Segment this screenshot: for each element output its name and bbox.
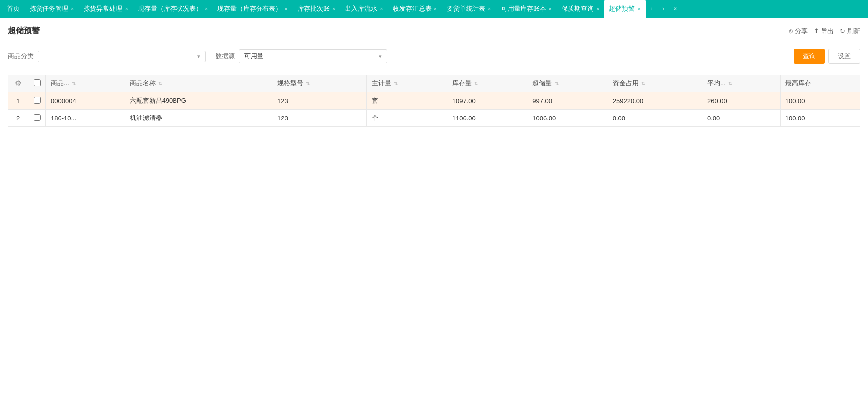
product-code-cell: 0000004 (46, 92, 125, 110)
product-name-cell: 六配套新昌490BPG (125, 92, 272, 110)
sort-icon: ⇅ (394, 81, 398, 86)
close-icon[interactable]: × (205, 6, 208, 12)
sort-icon: ⇅ (555, 81, 559, 86)
close-icon[interactable]: × (434, 6, 437, 12)
nav-item-task[interactable]: 拣货任务管理 × (25, 0, 79, 18)
category-select[interactable]: ▾ (38, 51, 206, 62)
close-icon[interactable]: × (637, 6, 640, 12)
nav-item-stock-dist[interactable]: 现存量（库存分布表） × (213, 0, 292, 18)
sort-icon: ⇅ (728, 81, 732, 86)
row-index: 2 (8, 110, 28, 127)
close-icon[interactable]: × (332, 6, 335, 12)
sort-icon: ⇅ (158, 81, 162, 86)
chevron-down-icon: ▾ (379, 53, 382, 60)
product-name-cell: 机油滤清器 (125, 110, 272, 127)
close-icon[interactable]: × (71, 6, 74, 12)
col-header-stock: 库存量 ⇅ (447, 75, 527, 92)
max-stock-cell: 100.00 (780, 110, 860, 127)
avg-cell: 0.00 (702, 110, 781, 127)
overstock-cell: 1006.00 (527, 110, 608, 127)
datasource-select[interactable]: 可用量 ▾ (239, 49, 387, 63)
gear-icon[interactable]: ⚙ (15, 79, 21, 87)
row-checkbox[interactable] (34, 97, 41, 104)
overstock-cell: 997.00 (527, 92, 608, 110)
nav-item-summary[interactable]: 收发存汇总表 × (388, 0, 442, 18)
nav-item-home[interactable]: 首页 (2, 0, 25, 18)
nav-item-expiry[interactable]: 保质期查询 × (557, 0, 604, 18)
nav-item-batch[interactable]: 库存批次账 × (293, 0, 340, 18)
stock-cell: 1097.00 (447, 92, 527, 110)
col-header-checkbox (28, 75, 46, 92)
refresh-button[interactable]: ↻ 刷新 (840, 27, 860, 36)
col-header-overstock: 超储量 ⇅ (527, 75, 608, 92)
header-actions: ⎋ 分享 ⬆ 导出 ↻ 刷新 (789, 27, 860, 36)
avg-cell: 260.00 (702, 92, 781, 110)
refresh-icon: ↻ (840, 27, 845, 35)
nav-prev-button[interactable]: ‹ (646, 0, 657, 18)
nav-item-flow[interactable]: 出入库流水 × (340, 0, 388, 18)
capital-cell: 259220.00 (608, 92, 702, 110)
spec-cell: 123 (272, 92, 367, 110)
unit-cell: 个 (367, 110, 447, 127)
share-button[interactable]: ⎋ 分享 (789, 27, 808, 36)
col-header-max-stock: 最高库存 (780, 75, 860, 92)
capital-cell: 0.00 (608, 110, 702, 127)
spec-cell: 123 (272, 110, 367, 127)
export-button[interactable]: ⬆ 导出 (814, 27, 834, 36)
share-icon: ⎋ (789, 27, 793, 35)
close-icon[interactable]: × (549, 6, 552, 12)
close-icon[interactable]: × (125, 6, 128, 12)
export-icon: ⬆ (814, 27, 819, 35)
col-header-capital: 资金占用 ⇅ (608, 75, 702, 92)
filter-area: 商品分类 ▾ 数据源 可用量 ▾ 查询 设置 (8, 44, 860, 69)
close-icon[interactable]: × (488, 6, 491, 12)
col-header-product-name: 商品名称 ⇅ (125, 75, 272, 92)
col-header-unit: 主计量 ⇅ (367, 75, 447, 92)
data-table: ⚙ 商品... ⇅ 商品名称 ⇅ 规格型号 ⇅ 主计量 (8, 75, 860, 127)
filter-buttons: 查询 设置 (794, 49, 860, 64)
chevron-down-icon: ▾ (197, 53, 200, 60)
settings-button[interactable]: 设置 (828, 49, 860, 64)
select-all-checkbox[interactable] (34, 79, 41, 86)
row-checkbox[interactable] (34, 114, 41, 121)
page-container: 超储预警 ⎋ 分享 ⬆ 导出 ↻ 刷新 商品分类 ▾ 数据源 (0, 18, 868, 395)
nav-next-button[interactable]: › (657, 0, 669, 18)
sort-icon: ⇅ (72, 81, 76, 86)
col-header-settings: ⚙ (8, 75, 28, 92)
datasource-filter: 数据源 可用量 ▾ (216, 49, 387, 63)
product-code-cell: 186-10... (46, 110, 125, 127)
max-stock-cell: 100.00 (780, 92, 860, 110)
datasource-value: 可用量 (244, 52, 263, 61)
row-checkbox-cell (28, 92, 46, 110)
col-header-avg: 平均... ⇅ (702, 75, 781, 92)
datasource-label: 数据源 (216, 52, 235, 61)
category-filter: 商品分类 ▾ (8, 51, 206, 62)
nav-bar: 首页 拣货任务管理 × 拣货异常处理 × 现存量（库存状况表） × 现存量（库存… (0, 0, 868, 18)
nav-more-button[interactable]: × (669, 0, 681, 18)
row-index: 1 (8, 92, 28, 110)
nav-item-stock-status[interactable]: 现存量（库存状况表） × (133, 0, 213, 18)
table-row: 2 186-10... 机油滤清器 123 个 1106.00 1006.00 … (8, 110, 860, 127)
query-button[interactable]: 查询 (794, 49, 825, 64)
unit-cell: 套 (367, 92, 447, 110)
close-icon[interactable]: × (284, 6, 287, 12)
stock-cell: 1106.00 (447, 110, 527, 127)
row-checkbox-cell (28, 110, 46, 127)
category-label: 商品分类 (8, 52, 34, 61)
sort-icon: ⇅ (306, 81, 310, 86)
col-header-product-code: 商品... ⇅ (46, 75, 125, 92)
col-header-spec: 规格型号 ⇅ (272, 75, 367, 92)
nav-item-overstock[interactable]: 超储预警 × (604, 0, 645, 18)
sort-icon: ⇅ (474, 81, 478, 86)
nav-item-order-stats[interactable]: 要货单统计表 × (442, 0, 496, 18)
nav-item-abnormal[interactable]: 拣货异常处理 × (79, 0, 132, 18)
nav-item-available[interactable]: 可用量库存账本 × (496, 0, 557, 18)
page-title: 超储预警 (8, 26, 40, 36)
close-icon[interactable]: × (380, 6, 383, 12)
close-icon[interactable]: × (596, 6, 599, 12)
table-row: 1 0000004 六配套新昌490BPG 123 套 1097.00 997.… (8, 92, 860, 110)
sort-icon: ⇅ (641, 81, 645, 86)
page-header: 超储预警 ⎋ 分享 ⬆ 导出 ↻ 刷新 (8, 26, 860, 36)
